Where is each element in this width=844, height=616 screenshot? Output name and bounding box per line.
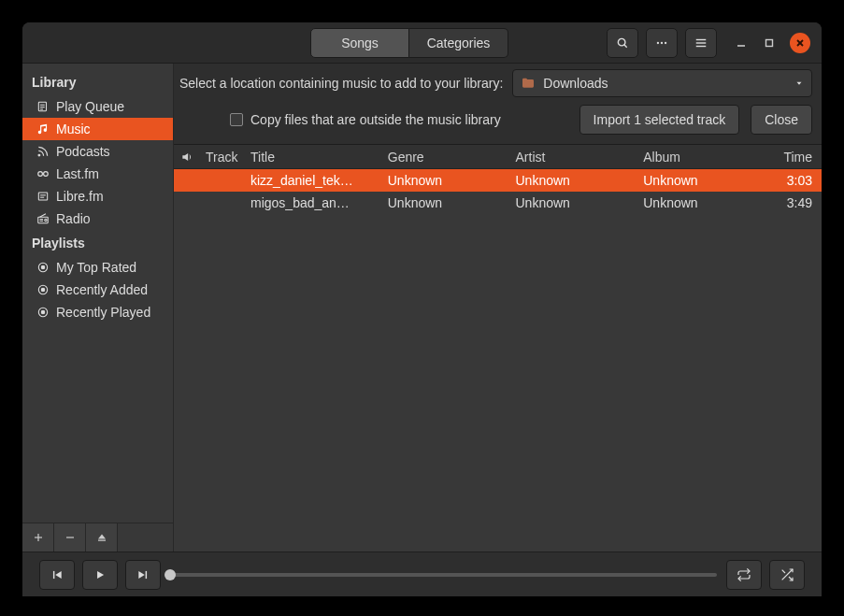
chevron-down-icon: [794, 79, 804, 88]
close-import-button[interactable]: Close: [751, 105, 812, 135]
progress-knob[interactable]: [165, 569, 176, 580]
tab-categories[interactable]: Categories: [409, 28, 508, 58]
progress-track: [170, 573, 717, 577]
add-playlist-button[interactable]: [22, 523, 54, 552]
sidebar-item-label: Last.fm: [56, 166, 99, 181]
svg-rect-39: [53, 570, 54, 578]
sidebar-item-lastfm[interactable]: Last.fm: [22, 163, 173, 185]
main-area: Select a location containing music to ad…: [174, 64, 822, 552]
shuffle-button[interactable]: [769, 560, 805, 590]
cell: kizz_daniel_tek…: [245, 173, 382, 188]
app-window: Songs Categories: [22, 22, 822, 596]
column-playing[interactable]: [174, 150, 200, 164]
search-icon: [616, 36, 629, 50]
minimize-button[interactable]: [734, 36, 749, 50]
hamburger-menu-button[interactable]: [685, 28, 717, 58]
sidebar-item-radio[interactable]: Radio: [22, 208, 173, 230]
import-row-1: Select a location containing music to ad…: [179, 69, 812, 97]
sidebar-item-label: Play Queue: [56, 99, 124, 114]
play-button[interactable]: [82, 560, 118, 590]
minimize-icon: [737, 38, 746, 48]
playlist-icon: [36, 260, 50, 275]
import-button[interactable]: Import 1 selected track: [579, 105, 740, 135]
sidebar-item-label: Libre.fm: [56, 189, 104, 204]
sidebar-item-top-rated[interactable]: My Top Rated: [22, 256, 173, 279]
titlebar: Songs Categories: [22, 22, 822, 64]
repeat-icon: [737, 567, 751, 582]
sidebar-item-label: Recently Added: [56, 282, 148, 297]
eject-button[interactable]: [86, 523, 118, 552]
sidebar-item-label: Music: [56, 122, 91, 136]
cell: Unknown: [637, 195, 765, 210]
column-time[interactable]: Time: [765, 150, 822, 165]
sidebar-item-librefm[interactable]: Libre.fm: [22, 185, 173, 208]
sidebar-item-label: Radio: [56, 211, 91, 226]
plus-icon: [33, 532, 44, 543]
menu-more-button[interactable]: [646, 28, 678, 58]
search-button[interactable]: [607, 28, 638, 58]
table-row[interactable]: kizz_daniel_tek…UnknownUnknownUnknown3:0…: [174, 169, 822, 192]
column-genre[interactable]: Genre: [382, 150, 510, 165]
svg-point-0: [618, 38, 625, 46]
folder-icon: [521, 76, 536, 91]
svg-point-2: [657, 41, 659, 43]
cell: Unknown: [382, 173, 510, 188]
close-button[interactable]: [790, 33, 810, 53]
cell: 3:49: [765, 195, 822, 210]
maximize-icon: [765, 38, 774, 48]
play-icon: [93, 568, 107, 581]
sidebar-item-podcasts[interactable]: Podcasts: [22, 140, 173, 163]
svg-rect-43: [146, 570, 147, 578]
cell: Unknown: [510, 195, 638, 210]
copy-files-checkbox[interactable]: Copy files that are outside the music li…: [230, 112, 501, 127]
hamburger-icon: [694, 36, 708, 50]
sidebar-item-play-queue[interactable]: Play Queue: [22, 95, 173, 118]
remove-playlist-button[interactable]: [54, 523, 86, 552]
svg-point-3: [661, 41, 663, 43]
maximize-button[interactable]: [762, 36, 777, 50]
repeat-button[interactable]: [726, 560, 762, 590]
column-title[interactable]: Title: [245, 150, 382, 165]
playback-buttons: [39, 560, 161, 590]
location-label: Downloads: [543, 76, 608, 91]
svg-point-23: [45, 219, 47, 221]
eject-icon: [96, 532, 107, 543]
svg-marker-36: [98, 535, 106, 539]
track-table: Track Title Genre Artist Album Time kizz…: [174, 145, 822, 552]
import-prompt-label: Select a location containing music to ad…: [179, 76, 503, 91]
sidebar: LibraryPlay QueueMusicPodcastsLast.fmLib…: [22, 64, 174, 552]
skip-next-icon: [136, 568, 150, 581]
table-header: Track Title Genre Artist Album Time: [174, 145, 822, 169]
svg-marker-41: [97, 570, 104, 578]
progress-slider[interactable]: [170, 573, 717, 577]
svg-marker-42: [138, 570, 144, 578]
next-track-button[interactable]: [125, 560, 161, 590]
shuffle-icon: [780, 567, 794, 582]
svg-point-16: [38, 154, 40, 156]
queue-icon: [36, 99, 50, 114]
cell: Unknown: [510, 173, 638, 188]
titlebar-actions: [607, 28, 814, 58]
lastfm-icon: [36, 166, 50, 181]
prev-track-button[interactable]: [39, 560, 75, 590]
sidebar-section-header: Library: [22, 69, 173, 95]
music-icon: [36, 122, 50, 136]
tab-songs[interactable]: Songs: [310, 28, 409, 58]
column-album[interactable]: Album: [637, 150, 765, 165]
svg-point-4: [665, 41, 666, 43]
import-row-2: Copy files that are outside the music li…: [179, 105, 812, 135]
sidebar-item-label: Recently Played: [56, 305, 150, 320]
svg-marker-40: [55, 570, 61, 578]
sidebar-item-recently-played[interactable]: Recently Played: [22, 301, 173, 323]
playlist-icon: [36, 305, 50, 320]
column-track[interactable]: Track: [200, 150, 245, 165]
svg-point-28: [41, 265, 45, 269]
window-body: LibraryPlay QueueMusicPodcastsLast.fmLib…: [22, 64, 822, 552]
location-chooser[interactable]: Downloads: [512, 69, 812, 97]
sidebar-item-recently-added[interactable]: Recently Added: [22, 279, 173, 301]
player-right-buttons: [726, 560, 805, 590]
table-row[interactable]: migos_bad_an…UnknownUnknownUnknown3:49: [174, 192, 822, 214]
sidebar-scroll: LibraryPlay QueueMusicPodcastsLast.fmLib…: [22, 64, 173, 523]
column-artist[interactable]: Artist: [510, 150, 638, 165]
sidebar-item-music[interactable]: Music: [22, 118, 173, 140]
